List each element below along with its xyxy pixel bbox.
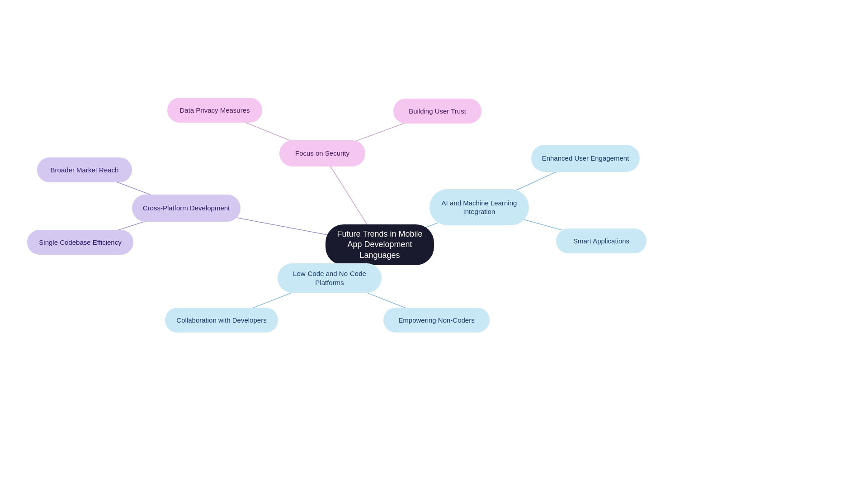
single-codebase-label: Single Codebase Efficiency [39, 238, 121, 247]
data-privacy-label: Data Privacy Measures [179, 106, 250, 115]
focus-security-label: Focus on Security [295, 149, 349, 158]
cross-platform-node[interactable]: Cross-Platform Development [132, 195, 241, 222]
broader-market-label: Broader Market Reach [51, 166, 119, 175]
center-node[interactable]: Future Trends in Mobile App Development … [326, 224, 434, 265]
collaboration-label: Collaboration with Developers [176, 316, 266, 325]
cross-platform-label: Cross-Platform Development [143, 204, 230, 213]
enhanced-engagement-label: Enhanced User Engagement [542, 154, 629, 163]
low-code-node[interactable]: Low-Code and No-Code Platforms [278, 263, 382, 293]
center-label: Future Trends in Mobile App Development … [335, 229, 425, 261]
ai-ml-label: AI and Machine Learning Integration [439, 199, 519, 216]
building-trust-node[interactable]: Building User Trust [393, 99, 481, 124]
empowering-node[interactable]: Empowering Non-Coders [383, 308, 490, 333]
building-trust-label: Building User Trust [409, 107, 466, 116]
collaboration-node[interactable]: Collaboration with Developers [165, 308, 278, 333]
single-codebase-node[interactable]: Single Codebase Efficiency [27, 230, 133, 255]
data-privacy-node[interactable]: Data Privacy Measures [167, 98, 262, 123]
empowering-label: Empowering Non-Coders [398, 316, 474, 325]
ai-ml-node[interactable]: AI and Machine Learning Integration [429, 189, 529, 225]
smart-apps-node[interactable]: Smart Applications [556, 228, 646, 253]
enhanced-engagement-node[interactable]: Enhanced User Engagement [531, 145, 640, 172]
low-code-label: Low-Code and No-Code Platforms [288, 269, 372, 287]
focus-security-node[interactable]: Focus on Security [279, 140, 365, 167]
smart-apps-label: Smart Applications [573, 237, 629, 246]
broader-market-node[interactable]: Broader Market Reach [37, 157, 132, 182]
